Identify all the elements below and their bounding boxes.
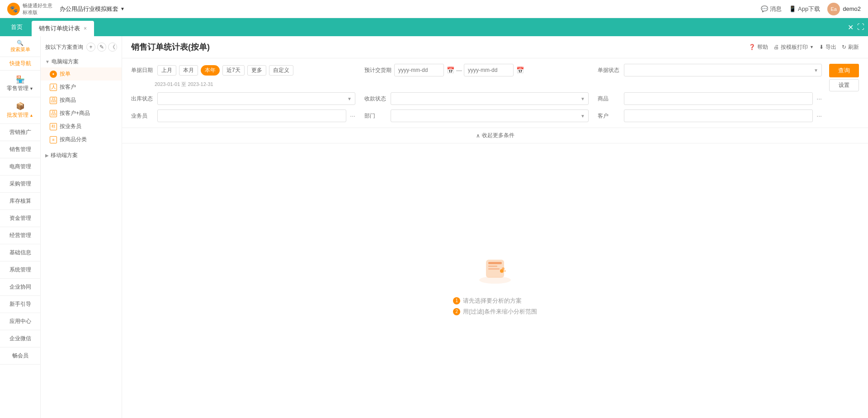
custom-date-btn[interactable]: 自定义 bbox=[269, 65, 293, 76]
expected-date-end[interactable] bbox=[464, 64, 514, 76]
message-button[interactable]: 💬 消息 bbox=[761, 5, 782, 13]
filter-goods-item: 商品 ··· bbox=[598, 92, 822, 105]
app-download-button[interactable]: 📱 App下载 bbox=[789, 5, 820, 13]
top-bar-right: 💬 消息 📱 App下载 Ea demo2 bbox=[761, 3, 861, 15]
sidebar-item-finance[interactable]: 资金管理 bbox=[0, 210, 40, 227]
plan-item-by-salesperson[interactable]: 柱 按业务员 bbox=[41, 120, 122, 133]
collapse-panel-button[interactable]: 《 bbox=[108, 43, 117, 52]
workspace-selector[interactable]: 办公用品行业模拟账套 ▼ bbox=[56, 3, 128, 15]
chevron-down-icon: ▼ bbox=[120, 6, 125, 11]
customer-input[interactable] bbox=[624, 109, 813, 122]
refresh-icon: ↻ bbox=[842, 44, 846, 50]
avatar: Ea bbox=[827, 3, 840, 15]
print-chevron-icon: ▼ bbox=[810, 45, 814, 49]
sidebar-item-retail[interactable]: 🏪 零售管理 ▼ bbox=[0, 71, 40, 97]
spacer2 bbox=[598, 81, 822, 88]
top-bar: 🐾 畅捷通好生意 标准版 办公用品行业模拟账套 ▼ 💬 消息 📱 App下载 E… bbox=[0, 0, 868, 18]
sidebar-item-appstore[interactable]: 应用中心 bbox=[0, 313, 40, 330]
sidebar-item-enterprise[interactable]: 企业协同 bbox=[0, 279, 40, 296]
svg-point-6 bbox=[502, 267, 505, 270]
last-month-btn[interactable]: 上月 bbox=[157, 65, 176, 76]
sidebar-item-basic[interactable]: 基础信息 bbox=[0, 244, 40, 261]
pc-plan-section-header[interactable]: ▼ 电脑端方案 bbox=[41, 56, 122, 67]
customer-goods-plan-icon: 品 bbox=[50, 110, 57, 117]
sidebar-item-newbie[interactable]: 新手引导 bbox=[0, 296, 40, 313]
sidebar-item-member[interactable]: 畅会员 bbox=[0, 347, 40, 365]
add-plan-button[interactable]: + bbox=[86, 43, 95, 52]
tab-sales-report[interactable]: 销售订单统计表 × bbox=[32, 21, 94, 36]
this-month-btn[interactable]: 本月 bbox=[179, 65, 198, 76]
plan-item-by-customer-goods[interactable]: 品 按客户+商品 bbox=[41, 107, 122, 120]
tab-close-icon[interactable]: × bbox=[84, 25, 87, 32]
fullscreen-icon[interactable]: ⛶ bbox=[857, 23, 864, 31]
filter-section: 单据日期 上月 本月 本年 近7天 更多 自定义 预计交货期 bbox=[122, 58, 868, 128]
svg-rect-3 bbox=[488, 266, 497, 267]
refresh-button[interactable]: ↻ 刷新 bbox=[842, 43, 859, 51]
date-label: 单据日期 bbox=[131, 66, 154, 74]
goods-plan-icon: 品 bbox=[50, 97, 57, 104]
page-header: 销售订单统计表(按单) ❓ 帮助 🖨 按模板打印 ▼ ⬇ bbox=[122, 36, 868, 58]
empty-tips: 1 请先选择要分析的方案 2 用[过滤]条件来缩小分析范围 bbox=[453, 297, 537, 316]
plan-item-by-order[interactable]: ● 按单 bbox=[41, 67, 122, 81]
calendar-start-icon[interactable]: 📅 bbox=[447, 66, 454, 74]
sidebar-quick-nav[interactable]: 快捷导航 bbox=[0, 57, 40, 71]
user-profile[interactable]: Ea demo2 bbox=[827, 3, 861, 15]
customer-more-icon[interactable]: ··· bbox=[816, 112, 822, 119]
query-button[interactable]: 查询 bbox=[829, 64, 859, 77]
tip-num-2: 2 bbox=[453, 308, 460, 315]
7days-btn[interactable]: 近7天 bbox=[222, 65, 245, 76]
more-date-btn[interactable]: 更多 bbox=[247, 65, 266, 76]
mobile-plan-section-header[interactable]: ▶ 移动端方案 bbox=[41, 150, 122, 161]
goods-more-icon[interactable]: ··· bbox=[816, 95, 822, 102]
goods-label: 商品 bbox=[598, 95, 620, 103]
page-actions: ❓ 帮助 🖨 按模板打印 ▼ ⬇ 导出 ↻ bbox=[749, 43, 859, 51]
order-status-label: 单据状态 bbox=[598, 66, 620, 74]
sidebar-item-business[interactable]: 经营管理 bbox=[0, 227, 40, 244]
sidebar-search[interactable]: 🔍 搜索菜单 bbox=[0, 36, 40, 57]
out-status-dropdown: ▼ bbox=[157, 92, 355, 105]
this-year-btn[interactable]: 本年 bbox=[201, 65, 220, 76]
plan-item-by-customer[interactable]: 人 按客户 bbox=[41, 81, 122, 94]
sidebar-item-sales[interactable]: 销售管理 bbox=[0, 141, 40, 158]
tip-num-1: 1 bbox=[453, 297, 460, 304]
payment-status-input[interactable] bbox=[391, 92, 589, 105]
print-button[interactable]: 🖨 按模板打印 ▼ bbox=[774, 43, 814, 51]
active-plan-icon: ● bbox=[50, 71, 57, 78]
date-buttons: 上月 本月 本年 近7天 更多 自定义 bbox=[157, 65, 293, 76]
tab-home[interactable]: 首页 bbox=[4, 20, 30, 34]
goods-input[interactable] bbox=[624, 92, 813, 105]
payment-status-label: 收款状态 bbox=[364, 95, 387, 103]
department-input[interactable] bbox=[391, 109, 589, 122]
action-btn-group: 查询 设置 bbox=[829, 64, 859, 91]
plan-item-by-goods-category[interactable]: ≡ 按商品分类 bbox=[41, 133, 122, 146]
search-icon: 🔍 bbox=[17, 40, 24, 46]
plan-item-by-goods[interactable]: 品 按商品 bbox=[41, 94, 122, 107]
page-title: 销售订单统计表(按单) bbox=[131, 42, 210, 52]
sidebar-item-wechat[interactable]: 企业微信 bbox=[0, 330, 40, 347]
date-range-text: 2023-01-01 至 2023-12-31 bbox=[155, 81, 213, 88]
sidebar-item-marketing[interactable]: 营销推广 bbox=[0, 124, 40, 141]
window-close-icon[interactable]: ✕ bbox=[848, 23, 854, 32]
sidebar-item-inventory[interactable]: 库存核算 bbox=[0, 193, 40, 210]
out-status-input[interactable] bbox=[157, 92, 355, 105]
help-button[interactable]: ❓ 帮助 bbox=[749, 43, 768, 51]
settings-button[interactable]: 设置 bbox=[829, 79, 859, 91]
retail-icon: 🏪 bbox=[16, 75, 25, 84]
order-status-input[interactable] bbox=[624, 64, 822, 76]
salesperson-input[interactable] bbox=[157, 109, 346, 122]
svg-point-7 bbox=[504, 270, 506, 272]
sidebar-item-system[interactable]: 系统管理 bbox=[0, 261, 40, 279]
salesperson-label: 业务员 bbox=[131, 112, 154, 120]
filter-order-status-item: 单据状态 ▼ bbox=[598, 64, 822, 76]
empty-svg bbox=[472, 246, 518, 291]
empty-tip-2: 2 用[过滤]条件来缩小分析范围 bbox=[453, 308, 537, 316]
salesperson-more-icon[interactable]: ··· bbox=[350, 112, 355, 119]
export-button[interactable]: ⬇ 导出 bbox=[819, 43, 836, 51]
calendar-end-icon[interactable]: 📅 bbox=[516, 66, 524, 74]
sidebar-item-purchase[interactable]: 采购管理 bbox=[0, 176, 40, 193]
collapse-conditions-button[interactable]: ∧ 收起更多条件 bbox=[476, 132, 514, 139]
sidebar-item-ecommerce[interactable]: 电商管理 bbox=[0, 158, 40, 176]
sidebar-item-wholesale[interactable]: 📦 批发管理 ▲ bbox=[0, 97, 40, 124]
expected-date-start[interactable] bbox=[394, 64, 444, 76]
edit-plan-button[interactable]: ✎ bbox=[97, 43, 106, 52]
